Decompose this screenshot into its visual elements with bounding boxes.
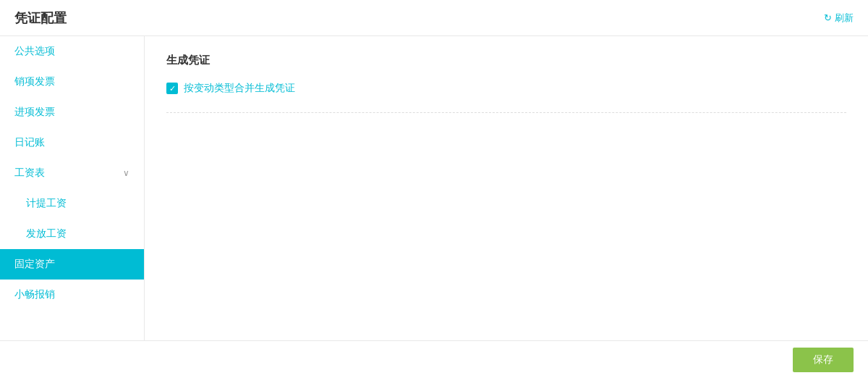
sidebar-item-label: 小畅报销 [14,288,55,301]
sidebar-item-purchase-invoice[interactable]: 进项发票 [0,97,144,127]
section-title: 生成凭证 [166,54,846,67]
main-content: 生成凭证 ✓ 按变动类型合并生成凭证 [145,36,868,340]
sidebar: 公共选项销项发票进项发票日记账工资表∨计提工资发放工资固定资产小畅报销 [0,36,145,340]
sidebar-item-fixed-assets[interactable]: 固定资产 [0,249,144,280]
sidebar-item-payroll-table[interactable]: 工资表∨ [0,158,144,188]
checkmark-icon: ✓ [169,85,176,93]
sidebar-item-sales-invoice[interactable]: 销项发票 [0,67,144,97]
sidebar-item-journal[interactable]: 日记账 [0,127,144,158]
sidebar-item-label: 日记账 [14,136,45,149]
sidebar-item-payroll-dist[interactable]: 发放工资 [0,219,144,249]
header: 凭证配置 ↻ 刷新 [0,0,868,36]
page-wrapper: 凭证配置 ↻ 刷新 公共选项销项发票进项发票日记账工资表∨计提工资发放工资固定资… [0,0,868,378]
refresh-label: 刷新 [835,12,854,25]
sidebar-item-label: 工资表 [14,167,45,180]
sidebar-item-public-options[interactable]: 公共选项 [0,36,144,67]
sidebar-item-label: 计提工资 [26,197,67,210]
footer: 保存 [0,340,868,378]
save-button[interactable]: 保存 [793,348,854,372]
refresh-icon: ↻ [824,12,832,23]
chevron-down-icon: ∨ [123,168,129,178]
sidebar-item-label: 销项发票 [14,75,55,88]
body: 公共选项销项发票进项发票日记账工资表∨计提工资发放工资固定资产小畅报销 生成凭证… [0,36,868,340]
merge-by-type-checkbox[interactable]: ✓ [166,83,178,94]
sidebar-item-label: 发放工资 [26,227,67,240]
divider [166,112,846,113]
page-title: 凭证配置 [14,9,67,27]
refresh-button[interactable]: ↻ 刷新 [824,12,854,25]
sidebar-item-label: 固定资产 [14,258,55,271]
checkbox-row: ✓ 按变动类型合并生成凭证 [166,82,846,95]
sidebar-item-expense-reimbursement[interactable]: 小畅报销 [0,280,144,310]
sidebar-item-label: 公共选项 [14,45,55,58]
merge-by-type-label[interactable]: 按变动类型合并生成凭证 [184,82,295,95]
sidebar-item-payroll-calc[interactable]: 计提工资 [0,188,144,219]
sidebar-item-label: 进项发票 [14,106,55,119]
